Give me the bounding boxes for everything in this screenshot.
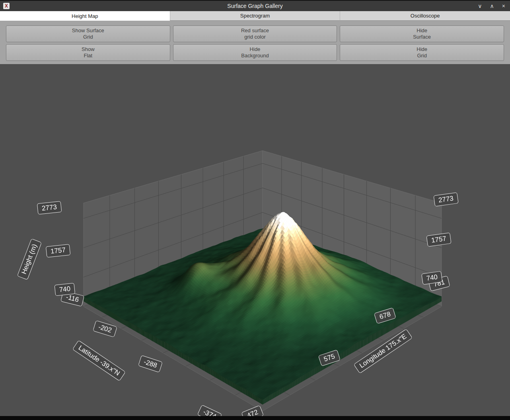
surface-grid-color-button[interactable]: Red surface grid color [173, 25, 337, 42]
button-label-line: Show [6, 46, 170, 53]
button-label-line: Grid [6, 34, 170, 40]
height-axis-tick-label: 740 [54, 283, 75, 296]
hide-grid-button[interactable]: Hide Grid [340, 44, 504, 61]
hide-background-button[interactable]: Hide Background [173, 44, 337, 61]
control-panel: Show Surface Grid Red surface grid color… [0, 21, 510, 64]
hide-surface-button[interactable]: Hide Surface [340, 25, 504, 42]
toggle-surface-grid-button[interactable]: Show Surface Grid [6, 25, 170, 42]
window-bottom-edge [0, 416, 510, 420]
surface-graph: 2773 1757 -116 740 Height (m) 2773 1757 … [0, 64, 510, 416]
window-title: Surface Graph Gallery [0, 3, 510, 9]
button-label-line: Surface [340, 34, 504, 40]
button-label-line: Hide [340, 46, 504, 53]
window-controls: ∨ ∧ × [478, 1, 505, 11]
button-label-line: Hide [173, 46, 337, 53]
button-label-line: Background [173, 53, 337, 59]
tab-oscilloscope[interactable]: Oscilloscope [340, 11, 510, 21]
tab-height-map[interactable]: Height Map [0, 11, 170, 21]
button-label-line: Show Surface [6, 27, 170, 34]
minimize-button[interactable]: ∨ [478, 1, 482, 11]
button-label-line: grid color [173, 34, 337, 40]
maximize-button[interactable]: ∧ [490, 1, 494, 11]
close-button[interactable]: × [502, 1, 505, 11]
button-label-line: Flat [6, 53, 170, 59]
show-flat-button[interactable]: Show Flat [6, 44, 170, 61]
button-label-line: Grid [340, 53, 504, 59]
titlebar: X Surface Graph Gallery ∨ ∧ × [0, 0, 510, 11]
app-window: X Surface Graph Gallery ∨ ∧ × Height Map… [0, 0, 510, 420]
tab-spectrogram[interactable]: Spectrogram [170, 11, 340, 21]
button-label-line: Hide [340, 27, 504, 34]
button-label-line: Red surface [173, 27, 337, 34]
tab-bar: Height Map Spectrogram Oscilloscope [0, 11, 510, 21]
